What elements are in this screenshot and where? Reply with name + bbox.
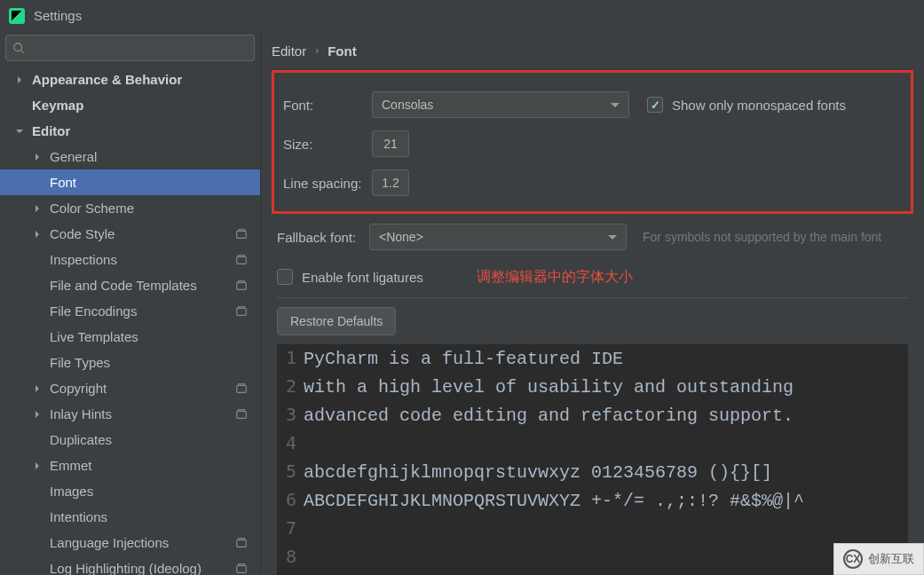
sidebar-item-label: Intentions	[50, 509, 107, 524]
sidebar-item-keymap[interactable]: Keymap	[0, 92, 260, 118]
gear-icon	[235, 254, 248, 266]
chevron-right-icon[interactable]	[30, 230, 44, 239]
search-wrap	[0, 31, 260, 65]
sidebar-item-intentions[interactable]: Intentions	[0, 504, 260, 530]
sidebar-item-log-highlighting-ideolog-[interactable]: Log Highlighting (Ideolog)	[0, 555, 260, 575]
sidebar-item-font[interactable]: Font	[0, 169, 260, 195]
gear-icon	[235, 305, 248, 318]
monospaced-checkbox[interactable]	[647, 97, 663, 113]
separator	[277, 297, 908, 298]
ligatures-label: Enable font ligatures	[302, 270, 423, 285]
fallback-label: Fallback font:	[277, 230, 369, 245]
gutter-number: 1	[277, 344, 296, 372]
sidebar-item-label: Font	[50, 175, 76, 190]
fallback-value: <None>	[379, 230, 423, 244]
preview-line: 8	[277, 543, 908, 571]
sidebar-item-label: Duplicates	[50, 432, 112, 447]
gear-icon	[235, 382, 248, 395]
search-input[interactable]	[5, 35, 255, 61]
settings-tree: Appearance & BehaviorKeymapEditorGeneral…	[0, 65, 260, 575]
window-title: Settings	[34, 8, 82, 23]
sidebar-item-file-types[interactable]: File Types	[0, 350, 260, 375]
sidebar-item-label: Language Injections	[50, 535, 169, 550]
sidebar-item-label: General	[50, 149, 97, 164]
chevron-right-icon[interactable]	[30, 410, 44, 419]
chevron-down-icon[interactable]	[12, 127, 27, 136]
watermark-logo: CX	[843, 549, 863, 569]
gutter-number: 7	[277, 515, 296, 542]
chevron-down-icon	[608, 235, 617, 240]
search-icon	[12, 42, 25, 54]
monospaced-label: Show only monospaced fonts	[672, 98, 846, 113]
size-input[interactable]	[372, 130, 409, 157]
chevron-right-icon[interactable]	[30, 153, 44, 161]
sidebar-item-duplicates[interactable]: Duplicates	[0, 427, 260, 453]
sidebar-item-inlay-hints[interactable]: Inlay Hints	[0, 401, 260, 427]
svg-rect-2	[237, 231, 247, 238]
spacing-input[interactable]	[372, 169, 409, 196]
preview-line: 3advanced code editing and refactoring s…	[277, 401, 908, 429]
sidebar-item-label: Color Scheme	[50, 201, 134, 216]
preview-line: 7	[277, 515, 908, 543]
svg-rect-4	[237, 256, 247, 264]
svg-line-1	[21, 51, 25, 54]
svg-rect-9	[239, 306, 245, 308]
chevron-right-icon[interactable]	[30, 204, 44, 213]
breadcrumb-parent[interactable]: Editor	[272, 43, 306, 59]
breadcrumb-current: Font	[328, 43, 356, 59]
fallback-hint: For symbols not supported by the main fo…	[643, 230, 881, 244]
sidebar-item-label: Editor	[32, 123, 70, 138]
chevron-right-icon[interactable]	[30, 384, 44, 393]
spacing-label: Line spacing:	[283, 176, 372, 191]
svg-rect-3	[239, 229, 245, 231]
sidebar-item-code-style[interactable]: Code Style	[0, 221, 260, 247]
breadcrumb-sep: ›	[315, 44, 319, 57]
sidebar-item-label: File and Code Templates	[50, 278, 197, 293]
content: Editor › Font Font: Consolas Show only m…	[261, 31, 924, 575]
font-dropdown[interactable]: Consolas	[372, 91, 629, 118]
sidebar-item-label: Inspections	[50, 252, 117, 267]
restore-defaults-button[interactable]: Restore Defaults	[277, 307, 396, 335]
gutter-number: 4	[277, 429, 296, 457]
sidebar-item-label: File Encodings	[50, 303, 137, 319]
chevron-right-icon[interactable]	[30, 461, 44, 470]
sidebar-item-live-templates[interactable]: Live Templates	[0, 324, 260, 350]
highlight-box: Font: Consolas Show only monospaced font…	[272, 70, 913, 214]
gutter-number: 3	[277, 401, 296, 429]
gear-icon	[235, 280, 248, 292]
gear-icon	[235, 408, 248, 421]
sidebar-item-language-injections[interactable]: Language Injections	[0, 530, 260, 555]
gutter-number: 5	[277, 458, 296, 485]
sidebar-item-inspections[interactable]: Inspections	[0, 247, 260, 272]
watermark-text: 创新互联	[868, 551, 914, 567]
preview-line: 4	[277, 429, 908, 458]
sidebar-item-emmet[interactable]: Emmet	[0, 453, 260, 478]
sidebar-item-images[interactable]: Images	[0, 478, 260, 504]
gutter-number: 6	[277, 486, 296, 514]
svg-rect-11	[239, 383, 245, 385]
sidebar-item-label: Appearance & Behavior	[32, 72, 182, 87]
svg-rect-7	[239, 280, 245, 282]
svg-rect-12	[237, 411, 247, 418]
size-label: Size:	[283, 137, 372, 152]
ligatures-checkbox[interactable]	[277, 269, 293, 285]
sidebar-item-label: Live Templates	[50, 329, 138, 344]
app-icon	[9, 8, 25, 24]
sidebar-item-general[interactable]: General	[0, 144, 260, 169]
sidebar-item-label: Inlay Hints	[50, 406, 112, 421]
sidebar-item-copyright[interactable]: Copyright	[0, 375, 260, 401]
fallback-dropdown[interactable]: <None>	[369, 224, 627, 250]
sidebar-item-file-and-code-templates[interactable]: File and Code Templates	[0, 272, 260, 298]
chevron-right-icon[interactable]	[12, 75, 27, 84]
sidebar-item-file-encodings[interactable]: File Encodings	[0, 298, 260, 324]
chevron-down-icon	[611, 103, 620, 107]
svg-rect-14	[237, 540, 247, 547]
sidebar-item-editor[interactable]: Editor	[0, 118, 260, 144]
font-value: Consolas	[382, 98, 433, 112]
sidebar-item-appearance-behavior[interactable]: Appearance & Behavior	[0, 67, 260, 92]
preview-text: abcdefghijklmnopqrstuvwxyz 0123456789 ()…	[304, 462, 772, 483]
svg-rect-8	[237, 308, 247, 315]
sidebar-item-color-scheme[interactable]: Color Scheme	[0, 195, 260, 221]
svg-rect-16	[237, 565, 247, 572]
gutter-number: 2	[277, 373, 296, 400]
